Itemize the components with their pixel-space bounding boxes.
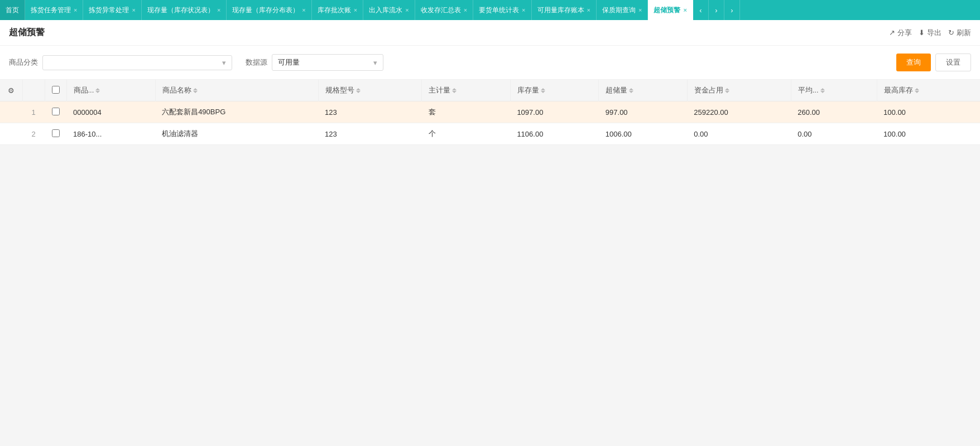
gear-icon[interactable]: ⚙ [8,86,15,95]
table-body: 1 0000004 六配套新昌490BPG 123 套 1097.00 997.… [0,101,980,145]
row-num: 2 [22,123,45,145]
row-stock: 1106.00 [510,123,598,145]
top-nav: 首页 拣货任务管理 × 拣货异常处理 × 现存量（库存状况表） × 现存量（库存… [0,0,980,20]
sort-icon [356,88,361,93]
row-spec: 123 [318,123,422,145]
close-icon[interactable]: × [354,7,357,13]
nav-inventory-status[interactable]: 现存量（库存状况表） × [142,0,227,20]
select-all-checkbox[interactable] [52,86,60,94]
datasource-filter: 数据源 可用量 ▾ [246,54,383,71]
refresh-button[interactable]: ↻ 刷新 [948,28,971,38]
table-wrapper: ⚙ 商品... [0,80,980,145]
th-capital[interactable]: 资金占用 [687,80,791,101]
header-actions: ↗ 分享 ⬇ 导出 ↻ 刷新 [889,28,971,38]
th-product-code[interactable]: 商品... [66,80,155,101]
category-select[interactable]: ▾ [42,55,232,70]
nav-inout-flow[interactable]: 出入库流水 × [363,0,415,20]
row-unit: 个 [422,123,510,145]
sort-icon [915,88,919,93]
datasource-select-value: 可用量 [278,57,300,67]
category-label: 商品分类 [9,57,38,67]
page-header: 超储预警 ↗ 分享 ⬇ 导出 ↻ 刷新 [0,20,980,46]
nav-prev-arrow[interactable]: ‹ [693,0,709,20]
sort-icon [820,88,825,93]
filter-actions: 查询 设置 [896,54,971,71]
share-button[interactable]: ↗ 分享 [889,28,912,38]
row-capital: 0.00 [687,123,791,145]
category-filter: 商品分类 ▾ [9,55,232,70]
nav-abnormal[interactable]: 拣货异常处理 × [83,0,141,20]
nav-home[interactable]: 首页 [0,0,25,20]
nav-expiry[interactable]: 保质期查询 × [597,0,648,20]
close-icon[interactable]: × [132,7,135,13]
row-checkbox-cell[interactable] [45,101,66,123]
share-icon: ↗ [889,28,895,37]
close-icon[interactable]: × [522,7,525,13]
th-overstock[interactable]: 超储量 [599,80,687,101]
row-checkbox[interactable] [52,129,60,137]
sort-icon [452,88,457,93]
th-max-stock[interactable]: 最高库存 [877,80,980,101]
th-unit[interactable]: 主计量 [422,80,510,101]
sort-icon [725,88,729,93]
close-icon[interactable]: × [638,7,642,13]
nav-inventory-dist[interactable]: 现存量（库存分布表） × [227,0,311,20]
close-icon[interactable]: × [683,7,686,13]
table-row: 2 186-10... 机油滤清器 123 个 1106.00 1006.00 … [0,123,980,145]
table-row: 1 0000004 六配套新昌490BPG 123 套 1097.00 997.… [0,101,980,123]
row-overstock: 1006.00 [599,123,687,145]
row-gear [0,101,22,123]
nav-next-arrow[interactable]: › [709,0,724,20]
export-button[interactable]: ⬇ 导出 [919,28,941,38]
category-select-value [49,59,51,67]
th-spec[interactable]: 规格型号 [318,80,422,101]
close-icon[interactable]: × [587,7,590,13]
row-product-code: 186-10... [66,123,155,145]
nav-collect-summary[interactable]: 收发存汇总表 × [415,0,473,20]
th-checkbox[interactable] [45,80,66,101]
nav-more-arrow[interactable]: › [724,0,740,20]
nav-order-stats[interactable]: 要货单统计表 × [473,0,531,20]
row-capital: 259220.00 [687,101,791,123]
row-product-code: 0000004 [66,101,155,123]
sort-icon [629,88,633,93]
row-checkbox-cell[interactable] [45,123,66,145]
row-gear [0,123,22,145]
settings-button[interactable]: 设置 [935,54,971,71]
close-icon[interactable]: × [217,7,220,13]
nav-batch[interactable]: 库存批次账 × [312,0,363,20]
nav-available-account[interactable]: 可用量库存账本 × [532,0,597,20]
row-avg: 260.00 [791,101,877,123]
row-product-name: 机油滤清器 [155,123,318,145]
row-unit: 套 [422,101,510,123]
row-max-stock: 100.00 [877,101,980,123]
close-icon[interactable]: × [302,7,305,13]
row-avg: 0.00 [791,123,877,145]
th-avg[interactable]: 平均... [791,80,877,101]
filter-area: 商品分类 ▾ 数据源 可用量 ▾ 查询 设置 [0,46,980,80]
th-num [22,80,45,101]
sort-icon [95,88,100,93]
sort-icon [193,88,198,93]
page-container: 超储预警 ↗ 分享 ⬇ 导出 ↻ 刷新 商品分类 ▾ 数据源 [0,20,980,145]
overstock-table: ⚙ 商品... [0,80,980,145]
refresh-icon: ↻ [948,28,954,37]
datasource-select[interactable]: 可用量 ▾ [272,54,383,71]
close-icon[interactable]: × [405,7,409,13]
row-checkbox[interactable] [52,108,60,115]
query-button[interactable]: 查询 [896,54,931,71]
row-product-name: 六配套新昌490BPG [155,101,318,123]
nav-task-mgmt[interactable]: 拣货任务管理 × [25,0,83,20]
close-icon[interactable]: × [74,7,77,13]
page-title: 超储预警 [9,27,45,38]
th-product-name[interactable]: 商品名称 [155,80,318,101]
nav-overstock-warning[interactable]: 超储预警 × [648,0,693,20]
export-icon: ⬇ [919,28,925,37]
row-stock: 1097.00 [510,101,598,123]
th-settings[interactable]: ⚙ [0,80,22,101]
th-stock[interactable]: 库存量 [510,80,598,101]
chevron-down-icon: ▾ [373,59,377,67]
chevron-down-icon: ▾ [222,59,226,67]
close-icon[interactable]: × [464,7,467,13]
datasource-label: 数据源 [246,57,267,67]
